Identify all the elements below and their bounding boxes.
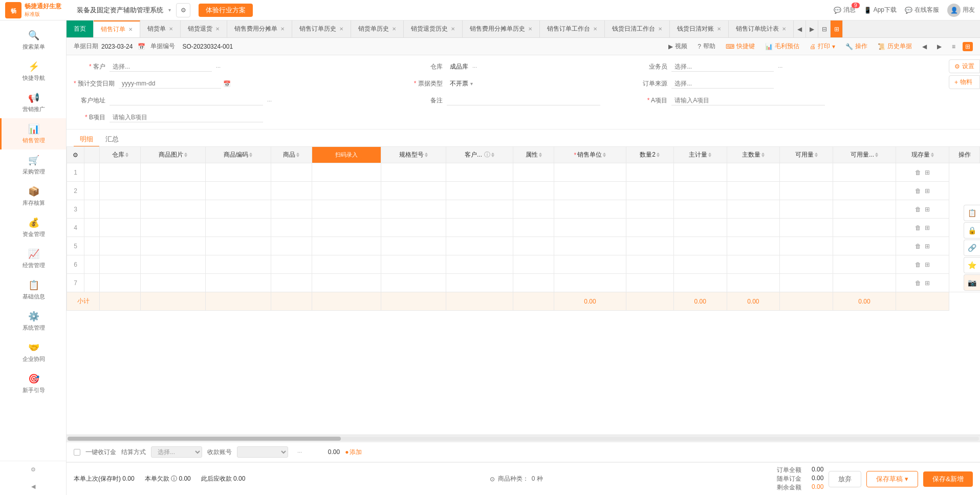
row-code[interactable] — [141, 163, 206, 182]
row-delete-icon[interactable]: 🗑 — [915, 261, 921, 268]
help-btn[interactable]: ? 帮助 — [694, 41, 718, 52]
row-stock[interactable] — [833, 219, 896, 237]
row-custcode[interactable] — [381, 219, 446, 237]
col-mainunit-header[interactable]: 主计量 — [673, 147, 727, 163]
row-delete-icon[interactable]: 🗑 — [915, 279, 921, 287]
col-custcode-header[interactable]: 客户...ⓘ — [446, 147, 513, 163]
sidebar-item-guide[interactable]: 🎯 新手引导 — [0, 368, 66, 399]
row-copy-icon[interactable]: ⊞ — [925, 187, 930, 195]
tab-sales-return[interactable]: 销货单 ✕ — [140, 20, 181, 38]
row-available2[interactable] — [780, 237, 833, 255]
tab-close-7[interactable]: ✕ — [451, 26, 455, 32]
row-stock[interactable] — [833, 255, 896, 274]
float-clipboard-btn[interactable]: 📋 — [964, 205, 980, 221]
salesperson-more[interactable]: ··· — [776, 64, 785, 70]
save-draft-button[interactable]: 保存草稿 ▾ — [866, 471, 918, 487]
discard-button[interactable]: 放弃 — [829, 471, 861, 487]
row-mainunit[interactable] — [626, 274, 673, 292]
row-custcode[interactable] — [381, 274, 446, 292]
tab-return-hist[interactable]: 销货退货历史 ✕ — [404, 20, 463, 38]
tab-next-button[interactable]: ▶ — [806, 20, 818, 38]
customer-more[interactable]: ··· — [214, 64, 223, 70]
print-btn[interactable]: 🖨 打印 ▾ — [807, 41, 838, 52]
address-more[interactable]: ··· — [265, 98, 274, 104]
address-input[interactable] — [110, 96, 263, 105]
invoice-dropdown-icon[interactable]: ▾ — [470, 81, 473, 87]
row-attr[interactable] — [446, 163, 513, 182]
row-code[interactable] — [141, 274, 206, 292]
tab-sales-expense[interactable]: 销售费用分摊单 ✕ — [227, 20, 292, 38]
row-delete-icon[interactable]: 🗑 — [915, 243, 921, 250]
row-delete-icon[interactable]: 🗑 — [915, 187, 921, 195]
float-link-btn[interactable]: 🔗 — [964, 240, 980, 256]
row-copy-icon[interactable]: ⊞ — [925, 206, 930, 213]
tab-more-button[interactable]: ⊟ — [818, 20, 831, 38]
row-code[interactable] — [141, 219, 206, 237]
add-material-btn[interactable]: + 物料 — [949, 75, 980, 89]
row-qty2[interactable] — [554, 237, 626, 255]
row-warehouse[interactable] — [84, 182, 100, 200]
tab-cash-day[interactable]: 钱货日清工作台 ✕ — [605, 20, 670, 38]
order-source-input[interactable] — [671, 79, 774, 89]
row-available[interactable] — [727, 182, 780, 200]
tab-sales-hist[interactable]: 销货单历史 ✕ — [351, 20, 404, 38]
row-spec[interactable] — [312, 255, 381, 274]
one-click-checkbox[interactable] — [74, 449, 80, 456]
row-available[interactable] — [727, 163, 780, 182]
row-image[interactable] — [100, 200, 141, 219]
col-code-header[interactable]: 商品编码 — [206, 147, 271, 163]
sidebar-item-operation[interactable]: 📈 经营管理 — [0, 243, 66, 274]
row-custcode[interactable] — [381, 200, 446, 219]
row-custcode[interactable] — [381, 237, 446, 255]
warehouse-more[interactable]: ··· — [470, 64, 479, 70]
float-lock-btn[interactable]: 🔒 — [964, 222, 980, 239]
row-scan[interactable] — [271, 163, 312, 182]
delivery-input[interactable] — [119, 79, 221, 89]
detail-tab-detail[interactable]: 明细 — [74, 133, 99, 147]
row-attr[interactable] — [446, 274, 513, 292]
col-available2-header[interactable]: 可用量... — [833, 147, 896, 163]
message-button[interactable]: 💬 消息 9 — [834, 6, 856, 14]
row-product[interactable] — [206, 274, 271, 292]
row-stock[interactable] — [833, 200, 896, 219]
row-mainunit[interactable] — [626, 182, 673, 200]
tab-close-11[interactable]: ✕ — [717, 26, 721, 32]
tab-expense-hist[interactable]: 销售费用分摊单历史 ✕ — [463, 20, 540, 38]
row-available2[interactable] — [780, 200, 833, 219]
scroll-thumb[interactable] — [68, 437, 341, 441]
save-new-button[interactable]: 保存&新增 — [923, 471, 973, 487]
row-unit[interactable] — [513, 163, 554, 182]
col-image-header[interactable]: 商品图片 — [141, 147, 206, 163]
tab-close-6[interactable]: ✕ — [392, 26, 396, 32]
sidebar-item-system[interactable]: ⚙️ 系统管理 — [0, 306, 66, 337]
toolbar-nav-prev[interactable]: ◀ — [919, 42, 930, 51]
row-spec[interactable] — [312, 219, 381, 237]
row-warehouse[interactable] — [84, 237, 100, 255]
row-unit[interactable] — [513, 182, 554, 200]
row-code[interactable] — [141, 182, 206, 200]
row-mainqty[interactable] — [673, 237, 727, 255]
sidebar-collapse-button[interactable]: ◀ — [0, 478, 66, 495]
row-delete-icon[interactable]: 🗑 — [915, 169, 921, 176]
tab-order-workbench[interactable]: 销售订单工作台 ✕ — [540, 20, 605, 38]
row-available2[interactable] — [780, 163, 833, 182]
tab-prev-button[interactable]: ◀ — [794, 20, 806, 38]
tab-sales-return2[interactable]: 销货退货 ✕ — [181, 20, 227, 38]
tab-close-5[interactable]: ✕ — [339, 26, 343, 32]
col-attr-header[interactable]: 属性 — [513, 147, 554, 163]
online-service-button[interactable]: 💬 在线客服 — [905, 6, 939, 14]
row-stock[interactable] — [833, 274, 896, 292]
row-warehouse[interactable] — [84, 219, 100, 237]
sales-order-tab-close[interactable]: ✕ — [128, 27, 133, 32]
project-a-input[interactable] — [671, 96, 825, 105]
tab-close-9[interactable]: ✕ — [593, 26, 597, 32]
row-code[interactable] — [141, 255, 206, 274]
row-spec[interactable] — [312, 182, 381, 200]
sidebar-item-finance[interactable]: 💰 资金管理 — [0, 212, 66, 243]
row-copy-icon[interactable]: ⊞ — [925, 279, 930, 287]
row-delete-icon[interactable]: 🗑 — [915, 224, 921, 231]
save-draft-arrow[interactable]: ▾ — [905, 475, 908, 483]
col-unit-header[interactable]: *销售单位 — [554, 147, 626, 163]
row-copy-icon[interactable]: ⊞ — [925, 224, 930, 231]
col-mainqty-header[interactable]: 主数量 — [727, 147, 780, 163]
